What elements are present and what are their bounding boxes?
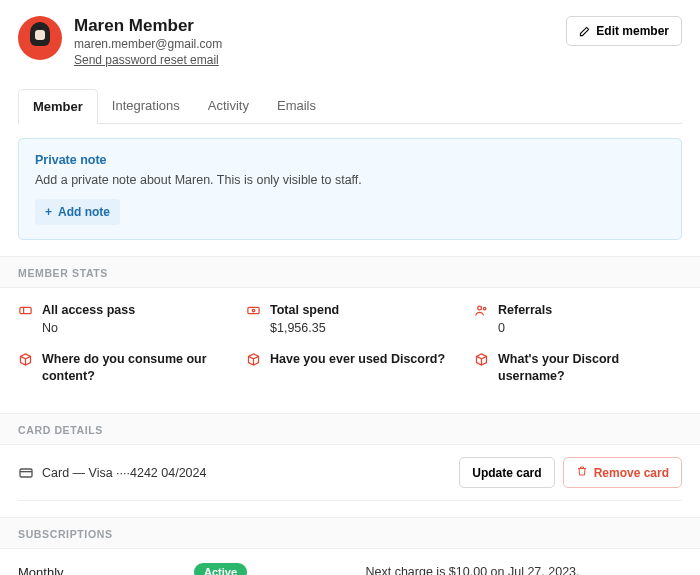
section-title-card: CARD DETAILS bbox=[0, 413, 700, 445]
box-icon bbox=[474, 352, 489, 367]
pencil-icon bbox=[579, 26, 590, 37]
box-icon bbox=[18, 352, 33, 367]
update-card-label: Update card bbox=[472, 466, 541, 480]
tab-activity[interactable]: Activity bbox=[194, 89, 263, 124]
send-password-reset-link[interactable]: Send password reset email bbox=[74, 53, 219, 67]
stat-label: Where do you consume our content? bbox=[42, 351, 226, 385]
status-badge: Active bbox=[194, 563, 247, 575]
tab-integrations[interactable]: Integrations bbox=[98, 89, 194, 124]
plus-icon: + bbox=[45, 205, 52, 219]
svg-rect-0 bbox=[20, 308, 31, 314]
subscription-name-link[interactable]: Monthly bbox=[18, 565, 178, 575]
subscription-row: Monthly Active Next charge is $10.00 on … bbox=[18, 549, 682, 575]
tabs: Member Integrations Activity Emails bbox=[18, 89, 682, 124]
ticket-icon bbox=[18, 303, 33, 318]
svg-point-3 bbox=[478, 307, 482, 311]
tab-member[interactable]: Member bbox=[18, 89, 98, 124]
stat-label: All access pass bbox=[42, 302, 135, 319]
update-card-button[interactable]: Update card bbox=[459, 457, 554, 488]
svg-rect-1 bbox=[248, 308, 259, 314]
private-note-box: Private note Add a private note about Ma… bbox=[18, 138, 682, 240]
credit-card-icon bbox=[18, 465, 34, 481]
tab-emails[interactable]: Emails bbox=[263, 89, 330, 124]
member-email: maren.member@gmail.com bbox=[74, 37, 222, 51]
add-note-label: Add note bbox=[58, 205, 110, 219]
remove-card-button[interactable]: Remove card bbox=[563, 457, 682, 488]
subscription-next-charge: Next charge is $10.00 on Jul 27, 2023. bbox=[263, 565, 682, 575]
stat-value: $1,956.35 bbox=[270, 321, 339, 335]
section-title-stats: MEMBER STATS bbox=[0, 256, 700, 288]
private-note-title: Private note bbox=[35, 153, 665, 167]
card-summary: Card — Visa ····4242 04/2024 bbox=[42, 466, 206, 480]
stat-label: Referrals bbox=[498, 302, 552, 319]
stat-value: No bbox=[42, 321, 135, 335]
svg-point-2 bbox=[252, 310, 255, 313]
edit-member-label: Edit member bbox=[596, 24, 669, 38]
stat-label: Have you ever used Discord? bbox=[270, 351, 445, 368]
member-name: Maren Member bbox=[74, 16, 222, 36]
people-icon bbox=[474, 303, 489, 318]
stat-value: 0 bbox=[498, 321, 552, 335]
remove-card-label: Remove card bbox=[594, 466, 669, 480]
private-note-desc: Add a private note about Maren. This is … bbox=[35, 173, 665, 187]
stat-label: Total spend bbox=[270, 302, 339, 319]
svg-point-4 bbox=[483, 308, 486, 311]
svg-rect-5 bbox=[20, 469, 32, 477]
stat-label: What's your Discord username? bbox=[498, 351, 682, 385]
section-title-subscriptions: SUBSCRIPTIONS bbox=[0, 517, 700, 549]
trash-icon bbox=[576, 465, 588, 480]
add-note-button[interactable]: + Add note bbox=[35, 199, 120, 225]
edit-member-button[interactable]: Edit member bbox=[566, 16, 682, 46]
money-icon bbox=[246, 303, 261, 318]
avatar bbox=[18, 16, 62, 60]
box-icon bbox=[246, 352, 261, 367]
